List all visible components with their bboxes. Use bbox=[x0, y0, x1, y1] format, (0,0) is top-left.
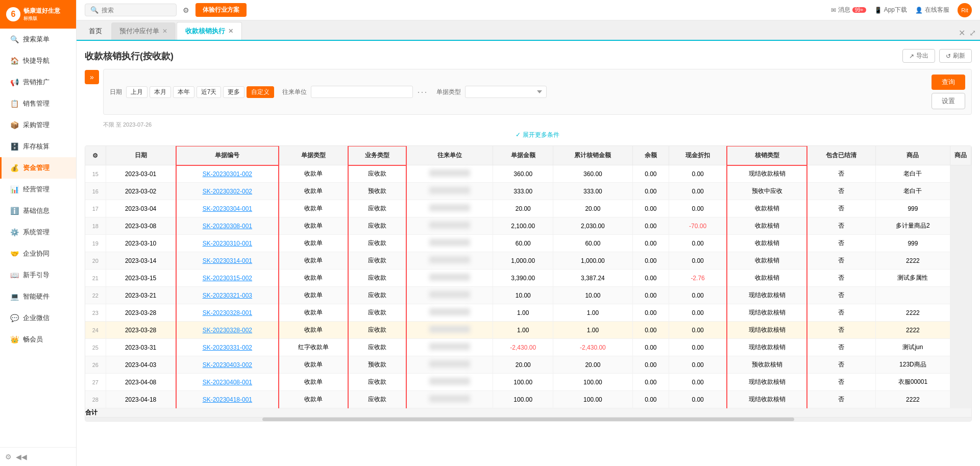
tab-home[interactable]: 首页 bbox=[81, 22, 110, 40]
td-date: 2023-03-28 bbox=[106, 322, 176, 339]
td-voucher-type: 收款单 bbox=[279, 217, 348, 235]
messages-item[interactable]: ✉ 消息 99+ bbox=[831, 6, 866, 14]
tab-prepay-close-icon[interactable]: ✕ bbox=[162, 28, 167, 35]
search-input[interactable] bbox=[102, 7, 171, 14]
voucher-no-link[interactable]: SK-20230328-001 bbox=[203, 309, 252, 316]
sidebar-item-system[interactable]: ⚙️ 系统管理 bbox=[0, 222, 76, 243]
app-download-item[interactable]: 📱 App下载 bbox=[874, 6, 907, 14]
td-date: 2023-04-18 bbox=[106, 391, 176, 408]
sidebar-item-inventory[interactable]: 🗄️ 库存核算 bbox=[0, 136, 76, 157]
tab-maximize-icon[interactable]: ⤢ bbox=[969, 28, 976, 38]
sidebar-item-search-menu[interactable]: 🔍 搜索菜单 bbox=[0, 29, 76, 50]
date-btn-7days[interactable]: 近7天 bbox=[197, 86, 222, 98]
th-date[interactable]: 日期 bbox=[106, 146, 176, 165]
date-btn-more[interactable]: 更多 bbox=[223, 86, 244, 98]
sidebar-item-finance[interactable]: 💰 资金管理 bbox=[0, 157, 76, 179]
th-product2[interactable]: 商品 bbox=[950, 146, 971, 165]
sidebar-item-quick-nav[interactable]: 🏠 快捷导航 bbox=[0, 50, 76, 71]
sidebar-item-operations[interactable]: 📊 经营管理 bbox=[0, 179, 76, 200]
voucher-type-select[interactable] bbox=[465, 86, 547, 98]
th-biz-type[interactable]: 业务类型 bbox=[348, 146, 406, 165]
voucher-no-link[interactable]: SK-20230308-001 bbox=[203, 223, 252, 230]
voucher-no-link[interactable]: SK-20230302-002 bbox=[203, 188, 252, 195]
sidebar-item-sales[interactable]: 📋 销售管理 bbox=[0, 93, 76, 114]
td-num: 26 bbox=[85, 356, 106, 374]
solution-button[interactable]: 体验行业方案 bbox=[195, 3, 247, 17]
voucher-no-link[interactable]: SK-20230301-002 bbox=[203, 170, 252, 178]
service-icon: 👤 bbox=[915, 7, 923, 14]
date-btn-last-month[interactable]: 上月 bbox=[126, 86, 148, 98]
voucher-no-link[interactable]: SK-20230418-001 bbox=[203, 396, 252, 403]
scrollbar-thumb[interactable] bbox=[262, 418, 794, 421]
voucher-no-link[interactable]: SK-20230331-002 bbox=[203, 344, 252, 351]
voucher-no-link[interactable]: SK-20230314-001 bbox=[203, 257, 252, 264]
td-product-img bbox=[950, 165, 971, 183]
td-voucher-type: 收款单 bbox=[279, 165, 348, 183]
user-avatar[interactable]: Rit bbox=[958, 3, 972, 17]
sidebar-item-smart-hw[interactable]: 💻 智能硬件 bbox=[0, 286, 76, 307]
td-balance: 0.00 bbox=[632, 339, 669, 356]
voucher-no-link[interactable]: SK-20230408-001 bbox=[203, 379, 252, 386]
th-cash-discount[interactable]: 现金折扣 bbox=[669, 146, 727, 165]
th-include-settled[interactable]: 包含已结清 bbox=[807, 146, 875, 165]
export-button[interactable]: ↗ 导出 bbox=[902, 49, 935, 63]
sidebar-item-basic-info[interactable]: ℹ️ 基础信息 bbox=[0, 200, 76, 222]
voucher-no-link[interactable]: SK-20230321-003 bbox=[203, 292, 252, 299]
horizontal-scrollbar[interactable] bbox=[85, 417, 971, 421]
sidebar-item-corp-wechat[interactable]: 💬 企业微信 bbox=[0, 307, 76, 329]
topbar-gear-icon[interactable]: ⚙ bbox=[183, 6, 189, 14]
td-product: 多计量商品2 bbox=[875, 217, 950, 235]
refresh-button[interactable]: ↺ 刷新 bbox=[939, 49, 972, 63]
online-service-label: 在线客服 bbox=[925, 6, 949, 14]
th-gear[interactable]: ⚙ bbox=[85, 146, 106, 165]
th-voucher-no[interactable]: 单据编号 bbox=[176, 146, 279, 165]
th-voucher-type[interactable]: 单据类型 bbox=[279, 146, 348, 165]
th-verified-amount[interactable]: 累计核销金额 bbox=[553, 146, 632, 165]
date-btn-this-month[interactable]: 本月 bbox=[150, 86, 171, 98]
voucher-no-link[interactable]: SK-20230310-001 bbox=[203, 240, 252, 247]
filter-settings-button[interactable]: 设置 bbox=[932, 93, 965, 109]
td-product-img bbox=[950, 356, 971, 374]
table-container: ⚙ 日期 单据编号 单据类型 业务类型 往来单位 单据金额 累计核销金额 余额 … bbox=[85, 145, 972, 422]
voucher-no-link[interactable]: SK-20230328-002 bbox=[203, 327, 252, 334]
td-biz-type: 应收款 bbox=[348, 217, 406, 235]
partner-input[interactable] bbox=[311, 86, 413, 98]
collapse-icon[interactable]: ◀◀ bbox=[16, 453, 27, 461]
sidebar-item-guide[interactable]: 📖 新手引导 bbox=[0, 264, 76, 286]
td-partner bbox=[406, 183, 493, 200]
settings-icon[interactable]: ⚙ bbox=[5, 453, 12, 461]
th-product[interactable]: 商品 bbox=[875, 146, 950, 165]
voucher-no-link[interactable]: SK-20230304-001 bbox=[203, 205, 252, 212]
td-balance: 0.00 bbox=[632, 269, 669, 287]
th-balance[interactable]: 余额 bbox=[632, 146, 669, 165]
tab-close-all-icon[interactable]: ✕ bbox=[959, 28, 965, 38]
sidebar-item-member[interactable]: 👑 畅会员 bbox=[0, 329, 76, 350]
voucher-no-link[interactable]: SK-20230315-002 bbox=[203, 275, 252, 282]
sidebar-item-purchase[interactable]: 📦 采购管理 bbox=[0, 114, 76, 136]
date-btn-this-year[interactable]: 本年 bbox=[173, 86, 194, 98]
th-partner[interactable]: 往来单位 bbox=[406, 146, 493, 165]
sales-icon: 📋 bbox=[10, 100, 19, 108]
topbar-search-box[interactable]: 🔍 bbox=[85, 4, 177, 16]
tab-prepay-receivable[interactable]: 预付冲应付单 ✕ bbox=[111, 22, 176, 40]
td-voucher-type: 收款单 bbox=[279, 304, 348, 322]
voucher-no-link[interactable]: SK-20230403-002 bbox=[203, 361, 252, 369]
sidebar-item-corp-collab[interactable]: 🤝 企业协同 bbox=[0, 243, 76, 264]
th-amount[interactable]: 单据金额 bbox=[493, 146, 553, 165]
table-row: 20 2023-03-14 SK-20230314-001 收款单 应收款 1,… bbox=[85, 252, 971, 269]
partner-blurred bbox=[429, 204, 470, 211]
td-balance: 0.00 bbox=[632, 356, 669, 374]
query-button[interactable]: 查询 bbox=[932, 75, 965, 90]
td-num: 15 bbox=[85, 165, 106, 183]
tab-receipt-verify[interactable]: 收款核销执行 ✕ bbox=[177, 22, 242, 40]
td-date: 2023-03-21 bbox=[106, 287, 176, 304]
table-row: 25 2023-03-31 SK-20230331-002 红字收款单 应收款 … bbox=[85, 339, 971, 356]
th-verify-type[interactable]: 核销类型 bbox=[727, 146, 807, 165]
expand-more-btn[interactable]: ✓ 展开更多条件 bbox=[103, 129, 972, 141]
filter-toggle-button[interactable]: » bbox=[85, 70, 99, 84]
date-btn-custom[interactable]: 自定义 bbox=[247, 86, 274, 98]
online-service-item[interactable]: 👤 在线客服 bbox=[915, 6, 949, 14]
sidebar-item-marketing[interactable]: 📢 营销推广 bbox=[0, 71, 76, 93]
tab-receipt-close-icon[interactable]: ✕ bbox=[228, 28, 233, 35]
td-biz-type: 应收款 bbox=[348, 252, 406, 269]
